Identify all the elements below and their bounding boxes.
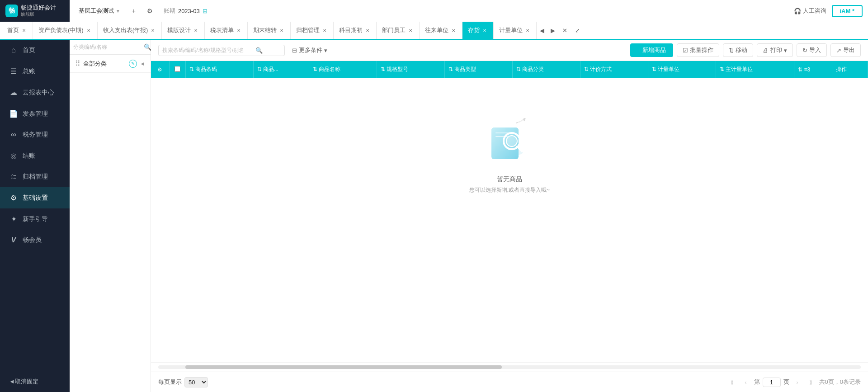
settings-button[interactable]: ⚙ [144,5,156,17]
pagination: ⟪ ‹ 第 1 页 › ⟫ 共0页，0条记录 [727,377,861,387]
export-button[interactable]: ↗ 导出 [830,43,861,57]
sidebar-item-invoice[interactable]: 📄 发票管理 [0,103,70,124]
service-button[interactable]: 🎧 人工咨询 [794,7,826,15]
tab-close-income[interactable]: ✕ [150,27,156,33]
tab-template[interactable]: 模版设计 ✕ [162,22,205,39]
tab-archive[interactable]: 归档管理 ✕ [291,22,334,39]
tab-subject[interactable]: 科目期初 ✕ [334,22,377,39]
col-unit[interactable]: ⇅ 计量单位 [648,61,716,78]
page-first-button[interactable]: ⟪ [727,377,738,387]
tab-nav-left[interactable]: ◀ [537,22,547,39]
logo-text: 畅捷通好会计 旗舰版 [21,4,56,18]
page-prev-button[interactable]: ‹ [741,377,751,387]
tab-tax[interactable]: 税表清单 ✕ [205,22,248,39]
tab-nav-right[interactable]: ▶ [547,22,558,39]
tab-unit[interactable]: 计量单位 ✕ [494,22,537,39]
sidebar-item-vip[interactable]: V 畅会员 [0,230,70,250]
calendar-icon[interactable]: ⊞ [203,8,208,14]
scrollbar-thumb[interactable] [185,365,502,369]
tab-close-all-button[interactable]: ✕ [558,22,571,39]
sidebar: ⌂ 首页 ☰ 总账 ☁ 云报表中心 📄 发票管理 ∞ 税务管理 ◎ 结账 🗂 归… [0,40,70,392]
sidebar-item-home[interactable]: ⌂ 首页 [0,40,70,61]
add-product-button[interactable]: + 新增商品 [630,43,673,57]
col-spec[interactable]: ⇅ 规格型号 [377,61,444,78]
col-category[interactable]: ⇅ 商品分类 [512,61,580,78]
col-extra[interactable]: ⇅ ≡3 [794,61,832,78]
vip-icon: V [9,236,18,244]
col-name[interactable]: ⇅ 商品名称 [309,61,377,78]
select-all-checkbox[interactable] [175,66,180,72]
tab-close-balance[interactable]: ✕ [85,27,92,33]
category-collapse-button[interactable]: ◄ [140,61,145,67]
tab-close-template[interactable]: ✕ [193,27,199,33]
move-icon: ⇅ [729,47,734,54]
print-button[interactable]: 🖨 打印 ▾ [757,43,793,57]
period-area: 账期 2023-03 ⊞ [164,7,208,15]
tab-staff[interactable]: 部门员工 ✕ [377,22,420,39]
sidebar-pin-toggle[interactable]: ◄取消固定 [0,371,70,392]
tab-close-unit[interactable]: ✕ [524,27,531,33]
logo: 畅 畅捷通好会计 旗舰版 [0,0,70,22]
sidebar-label-archive: 归档管理 [23,173,48,181]
toolbar: 🔍 ⊟ 更多条件 ▾ + 新增商品 ☑ 批量操作 ⇅ [151,40,868,61]
table-container: ⚙ ⇅ 商品条码 ⇅ 商品... ⇅ 商品名称 [151,61,868,362]
tab-partner[interactable]: 往来单位 ✕ [420,22,462,39]
category-search-input[interactable] [73,44,141,50]
tab-close-staff[interactable]: ✕ [407,27,414,33]
page-label: 第 [754,378,760,386]
filter-icon: ⊟ [292,47,297,54]
page-input[interactable]: 1 [763,378,781,387]
tab-close-partner[interactable]: ✕ [450,27,457,33]
sidebar-item-reports[interactable]: ☁ 云报表中心 [0,82,70,103]
table-footer: 每页显示 20 50 100 200 ⟪ ‹ 第 1 页 › ⟫ [151,372,868,392]
search-input[interactable] [162,47,253,53]
tab-income[interactable]: 收入支出表(年报) ✕ [98,22,162,39]
sidebar-item-ledger[interactable]: ☰ 总账 [0,61,70,82]
add-tab-button[interactable]: + [127,5,140,17]
account-button[interactable]: iAM * [832,5,863,17]
category-all-label[interactable]: 全部分类 [83,60,126,68]
cloud-icon: ☁ [9,88,18,97]
batch-button[interactable]: ☑ 批量操作 [677,43,719,57]
sidebar-label-ledger: 总账 [23,67,35,76]
col-barcode[interactable]: ⇅ 商品条码 [185,61,253,78]
company-selector[interactable]: 基层工会测试 ▼ [75,5,124,17]
sidebar-item-guide[interactable]: ✦ 新手引导 [0,208,70,230]
sidebar-item-archive[interactable]: 🗂 归档管理 [0,166,70,187]
home-icon: ⌂ [9,46,18,54]
tab-balance[interactable]: 资产负债表(中期) ✕ [33,22,98,39]
col-code[interactable]: ⇅ 商品... [253,61,309,78]
col-main-unit[interactable]: ⇅ 主计量单位 [716,61,794,78]
tab-close-inventory[interactable]: ✕ [481,27,488,33]
col-settings[interactable]: ⚙ [151,61,169,78]
col-price-method[interactable]: ⇅ 计价方式 [580,61,648,78]
tab-close-tax[interactable]: ✕ [236,27,242,33]
page-next-button[interactable]: › [792,377,803,387]
sidebar-label-settle: 结账 [23,152,35,160]
col-action: 操作 [832,61,868,78]
search-icon[interactable]: 🔍 [255,47,263,54]
horizontal-scrollbar[interactable] [151,362,868,372]
sidebar-item-settle[interactable]: ◎ 结账 [0,145,70,166]
more-filter-button[interactable]: ⊟ 更多条件 ▾ [288,44,331,56]
page-size-select[interactable]: 20 50 100 200 [184,377,208,387]
category-add-button[interactable]: ✎ [129,60,137,68]
page-last-button[interactable]: ⟫ [806,377,816,387]
page-size-label: 每页显示 [158,378,182,386]
tab-close-home[interactable]: ✕ [21,27,27,33]
move-button[interactable]: ⇅ 移动 [723,43,753,57]
tab-expand-button[interactable]: ⤢ [571,22,584,39]
sidebar-item-basic[interactable]: ⚙ 基础设置 [0,187,70,208]
tab-close-archive[interactable]: ✕ [321,27,328,33]
tab-close-period[interactable]: ✕ [278,27,285,33]
tab-inventory[interactable]: 存货 ✕ [462,22,494,39]
main-content: 🔍 ⊟ 更多条件 ▾ + 新增商品 ☑ 批量操作 ⇅ [151,40,868,392]
tab-period[interactable]: 期末结转 ✕ [248,22,291,39]
tab-close-subject[interactable]: ✕ [364,27,371,33]
category-search-icon[interactable]: 🔍 [144,43,151,51]
tab-home[interactable]: 首页 ✕ [2,22,33,39]
sidebar-item-tax[interactable]: ∞ 税务管理 [0,124,70,145]
import-button[interactable]: ↻ 导入 [797,43,827,57]
col-type[interactable]: ⇅ 商品类型 [444,61,512,78]
col-checkbox[interactable] [169,61,185,78]
